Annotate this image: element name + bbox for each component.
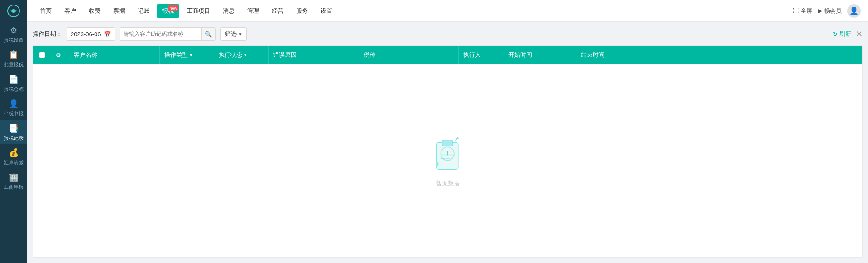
sidebar-item-tax-records-label: 报税记录 <box>4 135 24 141</box>
th-exec-status: 执行状态 ▾ <box>214 46 269 64</box>
personal-tax-icon: 👤 <box>9 99 19 109</box>
chevron-down-icon: ▾ <box>239 31 242 38</box>
empty-illustration: ! <box>427 133 468 174</box>
tax-records-icon: 📑 <box>9 123 19 133</box>
filter-button[interactable]: 筛选 ▾ <box>220 27 247 41</box>
search-box: 🔍 <box>120 27 216 41</box>
sidebar-item-tax-overview-label: 报税总览 <box>4 86 24 93</box>
nav-badge-tax: new <box>168 5 178 11</box>
close-button[interactable]: ✕ <box>856 30 863 38</box>
refresh-icon: ↻ <box>833 31 838 38</box>
table-body-empty: ! 暂无数据 <box>33 64 862 257</box>
sidebar-item-batch-tax[interactable]: 📋 批量报税 <box>0 46 27 71</box>
sidebar-item-tax-records[interactable]: 📑 报税记录 <box>0 120 27 144</box>
th-error-reason: 错误原因 <box>269 46 359 64</box>
sidebar-item-tax-settings[interactable]: ⚙ 报税设置 <box>0 22 27 46</box>
sidebar-item-annual-report[interactable]: 🏢 工商年报 <box>0 169 27 193</box>
th-gear[interactable]: ⚙ <box>51 46 69 64</box>
tax-overview-icon: 📄 <box>9 74 19 84</box>
sidebar-item-personal-tax-label: 个税申报 <box>4 110 24 117</box>
fullscreen-icon: ⛶ <box>793 7 799 14</box>
filter-icon-status[interactable]: ▾ <box>244 52 247 58</box>
nav-right: ⛶ 全屏 ▶ 畅会员 👤 <box>793 4 861 18</box>
nav-tax[interactable]: 报税new <box>157 4 179 18</box>
filter-label: 筛选 <box>225 30 237 38</box>
th-operation-type: 操作类型 ▾ <box>160 46 214 64</box>
th-start-time: 开始时间 <box>504 46 576 64</box>
member-label: 畅会员 <box>824 7 842 15</box>
filter-icon-op[interactable]: ▾ <box>190 52 192 58</box>
fullscreen-label: 全屏 <box>801 7 812 15</box>
th-customer-name: 客户名称 <box>69 46 160 64</box>
refresh-label: 刷新 <box>839 30 851 38</box>
toolbar: 操作日期： 2023-06-06 📅 🔍 筛选 ▾ ↻ 刷新 ✕ <box>33 27 863 41</box>
batch-tax-icon: 📋 <box>9 50 19 60</box>
fullscreen-btn[interactable]: ⛶ 全屏 <box>793 7 812 15</box>
th-end-time: 结束时间 <box>576 46 649 64</box>
search-input[interactable] <box>120 29 201 39</box>
sidebar-logo <box>0 0 27 22</box>
nav-management[interactable]: 管理 <box>242 4 264 18</box>
nav-items: 首页客户收费票据记账报税new工商项目消息管理经营服务设置 <box>34 4 793 18</box>
sidebar-item-tax-settings-label: 报税设置 <box>4 37 24 44</box>
search-icon: 🔍 <box>205 31 212 38</box>
settlement-icon: 💰 <box>9 148 19 158</box>
table-header: ⚙ 客户名称 操作类型 ▾ 执行状态 ▾ 错误原因 税种 <box>33 46 862 64</box>
nav-billing[interactable]: 收费 <box>83 4 106 18</box>
svg-rect-3 <box>442 140 452 146</box>
refresh-button[interactable]: ↻ 刷新 <box>833 30 851 38</box>
nav-settings[interactable]: 设置 <box>315 4 338 18</box>
top-nav: 首页客户收费票据记账报税new工商项目消息管理经营服务设置 ⛶ 全屏 ▶ 畅会员… <box>27 0 868 22</box>
sidebar: ⚙ 报税设置 📋 批量报税 📄 报税总览 👤 个税申报 📑 报税记录 💰 汇算清… <box>0 0 27 263</box>
sidebar-item-annual-report-label: 工商年报 <box>4 184 24 190</box>
sidebar-item-tax-overview[interactable]: 📄 报税总览 <box>0 71 27 95</box>
gear-icon: ⚙ <box>56 52 61 58</box>
svg-text:!: ! <box>446 149 449 158</box>
content-area: 操作日期： 2023-06-06 📅 🔍 筛选 ▾ ↻ 刷新 ✕ <box>27 22 868 263</box>
select-all-checkbox[interactable] <box>39 52 45 58</box>
nav-home[interactable]: 首页 <box>34 4 57 18</box>
search-button[interactable]: 🔍 <box>201 27 215 41</box>
nav-operations[interactable]: 经营 <box>266 4 289 18</box>
nav-invoices[interactable]: 票据 <box>108 4 130 18</box>
data-table: ⚙ 客户名称 操作类型 ▾ 执行状态 ▾ 错误原因 税种 <box>33 45 863 258</box>
avatar-icon: 👤 <box>849 6 858 15</box>
empty-state: ! 暂无数据 <box>427 133 468 188</box>
nav-services[interactable]: 服务 <box>291 4 313 18</box>
close-icon: ✕ <box>856 29 863 39</box>
nav-messages[interactable]: 消息 <box>217 4 240 18</box>
nav-customers[interactable]: 客户 <box>59 4 82 18</box>
th-tax-type: 税种 <box>359 46 459 64</box>
nav-accounts[interactable]: 记账 <box>132 4 155 18</box>
empty-text: 暂无数据 <box>436 180 460 188</box>
calendar-icon: 📅 <box>104 31 111 38</box>
annual-report-icon: 🏢 <box>9 172 19 182</box>
main-area: 首页客户收费票据记账报税new工商项目消息管理经营服务设置 ⛶ 全屏 ▶ 畅会员… <box>27 0 868 263</box>
video-icon: ▶ <box>818 7 822 14</box>
sidebar-item-batch-tax-label: 批量报税 <box>4 61 24 68</box>
user-avatar[interactable]: 👤 <box>847 4 861 18</box>
svg-point-1 <box>12 9 15 13</box>
date-picker[interactable]: 2023-06-06 📅 <box>67 27 115 41</box>
th-checkbox[interactable] <box>33 46 51 64</box>
sidebar-item-personal-tax[interactable]: 👤 个税申报 <box>0 95 27 120</box>
sidebar-item-settlement[interactable]: 💰 汇算清缴 <box>0 144 27 169</box>
date-value: 2023-06-06 <box>71 31 101 38</box>
th-executor: 执行人 <box>459 46 504 64</box>
member-btn[interactable]: ▶ 畅会员 <box>818 7 842 15</box>
nav-commerce[interactable]: 工商项目 <box>181 4 216 18</box>
date-label: 操作日期： <box>33 30 62 38</box>
sidebar-item-settlement-label: 汇算清缴 <box>4 159 24 166</box>
tax-settings-icon: ⚙ <box>10 25 17 35</box>
